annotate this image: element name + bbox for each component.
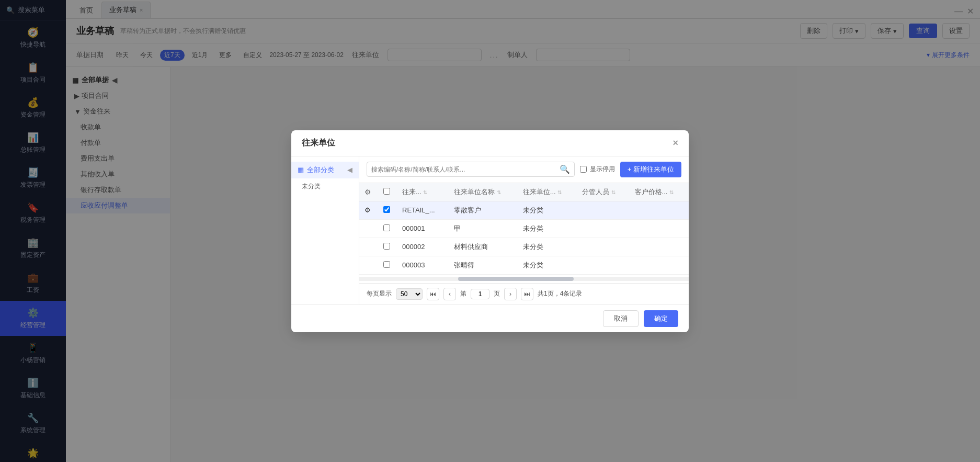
modal-sidebar-uncategorized[interactable]: 未分类	[291, 178, 359, 195]
confirm-button[interactable]: 确定	[644, 310, 678, 327]
row-price	[630, 238, 689, 256]
row-select-checkbox[interactable]	[383, 206, 390, 213]
table-row[interactable]: 000001 甲 未分类	[359, 219, 689, 238]
row-settings: ⚙	[359, 201, 378, 219]
row-category: 未分类	[518, 219, 577, 238]
modal-sidebar-all-label: 全部分类	[307, 165, 334, 175]
modal-sidebar: ▦ 全部分类 ◀ 未分类	[291, 156, 359, 305]
col-settings-icon[interactable]: ⚙	[364, 188, 371, 196]
code-col-label: 往来...	[402, 188, 421, 196]
next-page-button[interactable]: ›	[504, 288, 517, 300]
row-code: 000001	[397, 219, 449, 238]
table-row[interactable]: 000002 材料供应商 未分类	[359, 238, 689, 256]
modal-overlay: 往来单位 × ▦ 全部分类 ◀ 未分类	[0, 0, 980, 462]
page-size-label: 每页显示	[367, 289, 392, 298]
first-page-button[interactable]: ⏮	[427, 288, 439, 300]
row-checkbox[interactable]	[378, 256, 397, 274]
name-col-header: 往来单位名称 ⇅	[449, 183, 518, 201]
modal-header: 往来单位 ×	[291, 130, 689, 156]
row-price	[630, 219, 689, 238]
prev-page-button[interactable]: ‹	[443, 288, 456, 300]
counterparty-modal: 往来单位 × ▦ 全部分类 ◀ 未分类	[291, 130, 689, 332]
modal-sidebar-uncategorized-label: 未分类	[302, 182, 321, 191]
modal-main: 🔍 显示停用 + 新增往来单位 ⚙	[359, 156, 689, 305]
checkbox-col-header[interactable]	[378, 183, 397, 201]
category-col-label: 往来单位...	[523, 188, 556, 196]
row-manager	[577, 201, 629, 219]
price-col-header: 客户价格... ⇅	[630, 183, 689, 201]
row-settings	[359, 256, 378, 274]
row-manager	[577, 219, 629, 238]
show-disabled-label: 显示停用	[590, 165, 615, 174]
page-size-select[interactable]: 50 10 20 100	[396, 288, 423, 300]
scrollbar-thumb[interactable]	[458, 277, 574, 281]
page-num-word: 第	[460, 289, 466, 298]
last-page-button[interactable]: ⏭	[521, 288, 533, 300]
row-category: 未分类	[518, 201, 577, 219]
horizontal-scrollbar[interactable]	[359, 277, 689, 281]
category-col-header: 往来单位... ⇅	[518, 183, 577, 201]
modal-close-button[interactable]: ×	[673, 138, 678, 149]
table-row[interactable]: 000003 张晴得 未分类	[359, 256, 689, 274]
modal-footer: 取消 确定	[291, 305, 689, 332]
sort-icon[interactable]: ⇅	[497, 189, 501, 195]
price-col-label: 客户价格...	[635, 188, 668, 196]
table-row[interactable]: ⚙ RETAIL_... 零散客户 未分类	[359, 201, 689, 219]
total-info: 共1页，4条记录	[538, 289, 582, 298]
row-code: RETAIL_...	[397, 201, 449, 219]
row-category: 未分类	[518, 238, 577, 256]
row-manager	[577, 238, 629, 256]
row-manager	[577, 256, 629, 274]
add-counterparty-button[interactable]: + 新增往来单位	[620, 162, 681, 177]
row-code: 000002	[397, 238, 449, 256]
modal-pagination: 每页显示 50 10 20 100 ⏮ ‹ 第 页 › ⏭ 共1页，4条记录	[359, 283, 689, 305]
grid-icon: ▦	[298, 166, 304, 174]
sort-icon[interactable]: ⇅	[669, 189, 674, 195]
row-price	[630, 201, 689, 219]
row-checkbox[interactable]	[378, 201, 397, 219]
row-checkbox[interactable]	[378, 238, 397, 256]
modal-title: 往来单位	[302, 138, 335, 149]
sort-icon[interactable]: ⇅	[423, 189, 427, 195]
row-price	[630, 256, 689, 274]
row-name: 零散客户	[449, 201, 518, 219]
row-code: 000003	[397, 256, 449, 274]
row-name: 材料供应商	[449, 238, 518, 256]
show-disabled-toggle[interactable]: 显示停用	[580, 165, 615, 174]
row-settings	[359, 219, 378, 238]
sort-icon[interactable]: ⇅	[557, 189, 562, 195]
name-col-label: 往来单位名称	[454, 188, 495, 196]
settings-col-header[interactable]: ⚙	[359, 183, 378, 201]
row-settings-icon: ⚙	[364, 206, 371, 214]
page-word: 页	[494, 289, 500, 298]
select-all-checkbox[interactable]	[383, 188, 390, 195]
row-select-checkbox[interactable]	[383, 261, 390, 268]
modal-table: ⚙ 往来... ⇅ 往来单位名称	[359, 183, 689, 275]
search-icon: 🔍	[560, 164, 570, 174]
row-checkbox[interactable]	[378, 219, 397, 238]
row-settings	[359, 238, 378, 256]
modal-toolbar: 🔍 显示停用 + 新增往来单位	[359, 156, 689, 183]
sort-icon[interactable]: ⇅	[611, 189, 616, 195]
page-number-input[interactable]	[471, 289, 489, 299]
collapse-icon: ◀	[347, 166, 352, 174]
show-disabled-checkbox[interactable]	[580, 166, 587, 173]
manager-col-label: 分管人员	[582, 188, 609, 196]
row-category: 未分类	[518, 256, 577, 274]
row-select-checkbox[interactable]	[383, 243, 390, 250]
row-select-checkbox[interactable]	[383, 224, 390, 231]
code-col-header: 往来... ⇅	[397, 183, 449, 201]
search-box: 🔍	[367, 162, 575, 177]
row-name: 甲	[449, 219, 518, 238]
modal-sidebar-all-categories[interactable]: ▦ 全部分类 ◀	[291, 162, 359, 178]
manager-col-header: 分管人员 ⇅	[577, 183, 629, 201]
search-input[interactable]	[371, 166, 556, 173]
row-name: 张晴得	[449, 256, 518, 274]
cancel-button[interactable]: 取消	[603, 310, 639, 327]
table-header-row: ⚙ 往来... ⇅ 往来单位名称	[359, 183, 689, 201]
modal-body: ▦ 全部分类 ◀ 未分类 🔍	[291, 156, 689, 305]
